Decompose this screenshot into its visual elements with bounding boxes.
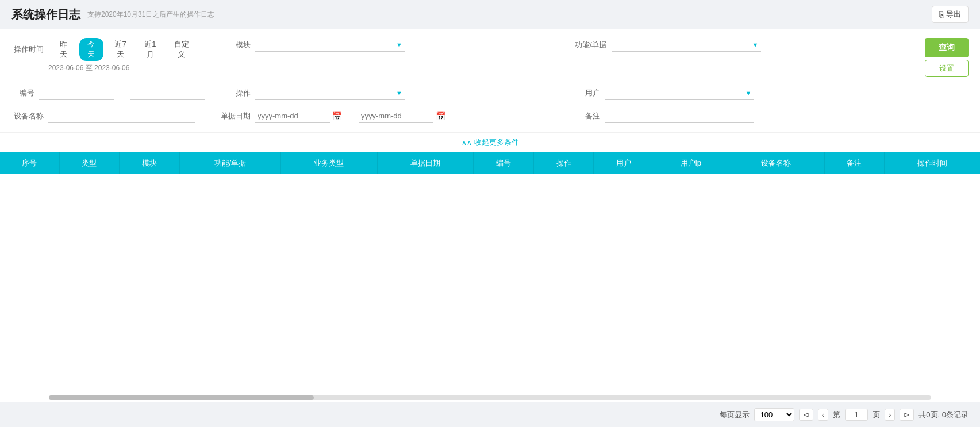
- table-container: 序号 类型 模块 功能/单据 业务类型 单据日期 编号 操作 用户 用户ip 设…: [0, 152, 980, 393]
- page-title: 系统操作日志: [11, 7, 80, 22]
- col-type: 类型: [59, 152, 119, 174]
- op-arrow-icon: ▼: [396, 90, 402, 97]
- device-label: 设备名称: [11, 111, 44, 121]
- date-from-input[interactable]: [255, 109, 330, 123]
- scrollbar-area: [0, 393, 980, 402]
- time-btn-7days[interactable]: 近7天: [108, 38, 133, 61]
- table-header-row: 序号 类型 模块 功能/单据 业务类型 单据日期 编号 操作 用户 用户ip 设…: [0, 152, 980, 174]
- page-total: 共0页, 0条记录: [918, 410, 969, 420]
- page-suffix-label: 页: [873, 410, 880, 420]
- op-filter-col: 操作 ▼: [218, 86, 545, 100]
- page-prefix-label: 第: [833, 410, 840, 420]
- settings-button[interactable]: 设置: [925, 60, 969, 77]
- scrollbar-thumb: [49, 395, 313, 400]
- pagination-bar: 每页显示 100 50 200 ⊲ ‹ 第 页 › ⊳ 共0页, 0条记录: [0, 402, 980, 427]
- col-num: 编号: [474, 152, 533, 174]
- module-arrow-icon: ▼: [396, 41, 402, 48]
- time-options: 昨天 今天 近7天 近1月 自定义: [53, 38, 195, 61]
- user-input[interactable]: [605, 86, 754, 100]
- user-filter-col: 用户 ▼: [568, 86, 894, 100]
- remark-label: 备注: [568, 111, 600, 121]
- date-dash: —: [348, 112, 355, 121]
- user-select-wrapper: ▼: [605, 86, 754, 100]
- date-filter-col: 单据日期 📅 — 📅: [218, 109, 545, 123]
- op-label: 操作: [218, 88, 251, 98]
- num-from-input[interactable]: [39, 86, 114, 100]
- col-biztype: 业务类型: [281, 152, 378, 174]
- calendar-to-icon[interactable]: 📅: [436, 111, 445, 121]
- page-subtitle: 支持2020年10月31日之后产生的操作日志: [87, 10, 214, 20]
- time-btn-yesterday[interactable]: 昨天: [53, 38, 75, 61]
- time-filter-col: 操作时间 昨天 今天 近7天 近1月 自定义 2023-06-06 至 2023…: [11, 38, 195, 73]
- module-filter-col: 模块 ▼: [218, 38, 552, 52]
- col-op: 操作: [533, 152, 593, 174]
- col-seq: 序号: [0, 152, 59, 174]
- col-device: 设备名称: [728, 152, 824, 174]
- next-page-button[interactable]: ›: [885, 409, 895, 421]
- col-docdate: 单据日期: [377, 152, 474, 174]
- horizontal-scrollbar[interactable]: [49, 395, 931, 400]
- page-container: 系统操作日志 支持2020年10月31日之后产生的操作日志 ⎘ 导出 操作时间 …: [0, 0, 980, 427]
- device-filter-col: 设备名称: [11, 109, 195, 123]
- filter-row-1: 操作时间 昨天 今天 近7天 近1月 自定义 2023-06-06 至 2023…: [11, 38, 969, 77]
- calendar-from-icon[interactable]: 📅: [332, 111, 342, 121]
- time-range: 2023-06-06 至 2023-06-06: [48, 64, 129, 72]
- func-select-wrapper: ▼: [612, 38, 761, 52]
- op-select-wrapper: ▼: [255, 86, 405, 100]
- collapse-chevron-icon: ∧∧: [462, 139, 472, 147]
- user-label: 用户: [568, 88, 600, 98]
- num-label: 编号: [11, 88, 34, 98]
- func-input[interactable]: [612, 38, 761, 52]
- time-label: 操作时间: [11, 44, 44, 55]
- page-size-select[interactable]: 100 50 200: [754, 408, 794, 421]
- func-filter-col: 功能/单据 ▼: [575, 38, 908, 52]
- col-optime: 操作时间: [884, 152, 980, 174]
- filter-row-3: 设备名称 单据日期 📅 — 📅 备注: [11, 109, 969, 123]
- func-arrow-icon: ▼: [752, 41, 759, 48]
- time-btn-today[interactable]: 今天: [79, 38, 103, 61]
- num-dash: —: [118, 89, 126, 98]
- page-header: 系统操作日志 支持2020年10月31日之后产生的操作日志 ⎘ 导出: [0, 0, 980, 29]
- col-ip: 用户ip: [654, 152, 728, 174]
- last-page-button[interactable]: ⊳: [900, 409, 914, 421]
- date-label: 单据日期: [218, 111, 251, 121]
- col-module: 模块: [120, 152, 179, 174]
- query-button[interactable]: 查询: [925, 38, 969, 57]
- date-to-input[interactable]: [359, 109, 433, 123]
- export-label: 导出: [946, 9, 961, 20]
- page-number-input[interactable]: [845, 409, 868, 421]
- data-table: 序号 类型 模块 功能/单据 业务类型 单据日期 编号 操作 用户 用户ip 设…: [0, 152, 980, 174]
- export-icon: ⎘: [939, 10, 944, 19]
- module-select-wrapper: ▼: [255, 38, 405, 52]
- module-label: 模块: [218, 40, 251, 50]
- collapse-label: 收起更多条件: [474, 137, 519, 148]
- prev-page-button[interactable]: ‹: [818, 409, 828, 421]
- module-input[interactable]: [255, 38, 405, 52]
- time-btn-1month[interactable]: 近1月: [137, 38, 163, 61]
- func-label: 功能/单据: [575, 40, 607, 50]
- table-header: 序号 类型 模块 功能/单据 业务类型 单据日期 编号 操作 用户 用户ip 设…: [0, 152, 980, 174]
- device-input[interactable]: [48, 109, 195, 123]
- action-buttons: 查询 设置: [925, 38, 969, 77]
- col-remark: 备注: [824, 152, 884, 174]
- remark-filter-col: 备注: [568, 109, 894, 123]
- op-input[interactable]: [255, 86, 405, 100]
- user-arrow-icon: ▼: [745, 90, 752, 97]
- col-user: 用户: [594, 152, 654, 174]
- first-page-button[interactable]: ⊲: [799, 409, 813, 421]
- filter-row-2: 编号 — 操作 ▼ 用户 ▼: [11, 86, 969, 100]
- time-btn-custom[interactable]: 自定义: [167, 38, 195, 61]
- collapse-bar[interactable]: ∧∧ 收起更多条件: [0, 132, 980, 152]
- col-func: 功能/单据: [179, 152, 280, 174]
- num-to-input[interactable]: [130, 86, 205, 100]
- export-button[interactable]: ⎘ 导出: [932, 6, 969, 23]
- remark-input[interactable]: [605, 109, 754, 123]
- num-filter-col: 编号 —: [11, 86, 195, 100]
- filter-section: 操作时间 昨天 今天 近7天 近1月 自定义 2023-06-06 至 2023…: [0, 29, 980, 132]
- page-size-label: 每页显示: [720, 410, 750, 420]
